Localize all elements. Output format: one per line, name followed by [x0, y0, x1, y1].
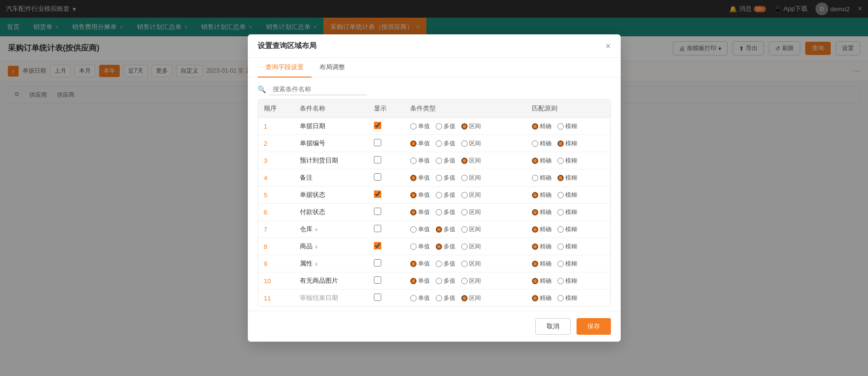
- type-single-radio[interactable]: [410, 175, 417, 181]
- display-checkbox[interactable]: [374, 156, 381, 163]
- type-single-radio[interactable]: [410, 243, 417, 250]
- dialog-tab-layout-adjust[interactable]: 布局调整: [312, 58, 353, 78]
- type-single-label[interactable]: 单值: [410, 242, 430, 251]
- type-range-label[interactable]: 区间: [461, 277, 481, 285]
- type-multi-label[interactable]: 多值: [436, 139, 455, 148]
- match-fuzzy-radio[interactable]: [557, 123, 564, 130]
- display-checkbox[interactable]: [374, 225, 381, 232]
- type-range-radio[interactable]: [461, 226, 468, 233]
- display-checkbox[interactable]: [374, 139, 381, 146]
- type-single-label[interactable]: 单值: [410, 191, 430, 199]
- match-fuzzy-label[interactable]: 模糊: [557, 174, 577, 182]
- type-multi-radio[interactable]: [436, 158, 442, 164]
- match-exact-label[interactable]: 精确: [532, 294, 552, 302]
- match-fuzzy-label[interactable]: 模糊: [557, 191, 577, 199]
- type-single-label[interactable]: 单值: [410, 277, 430, 285]
- type-range-radio[interactable]: [461, 140, 468, 147]
- type-multi-radio[interactable]: [436, 295, 442, 301]
- cell-display[interactable]: [368, 169, 404, 187]
- match-exact-label[interactable]: 精确: [532, 157, 552, 165]
- match-fuzzy-label[interactable]: 模糊: [557, 225, 577, 234]
- type-range-radio[interactable]: [461, 158, 468, 164]
- search-input[interactable]: [269, 83, 367, 95]
- match-fuzzy-label[interactable]: 模糊: [557, 260, 577, 268]
- type-range-label[interactable]: 区间: [461, 122, 481, 131]
- match-fuzzy-label[interactable]: 模糊: [557, 122, 577, 131]
- type-range-radio[interactable]: [461, 261, 468, 267]
- match-fuzzy-label[interactable]: 模糊: [557, 208, 577, 216]
- type-single-label[interactable]: 单值: [410, 157, 430, 165]
- type-multi-radio[interactable]: [436, 175, 442, 181]
- type-single-label[interactable]: 单值: [410, 174, 430, 182]
- match-exact-label[interactable]: 精确: [532, 208, 552, 216]
- type-single-label[interactable]: 单值: [410, 122, 430, 131]
- type-single-radio[interactable]: [410, 123, 417, 130]
- type-single-radio[interactable]: [410, 140, 417, 147]
- cell-display[interactable]: [368, 290, 404, 307]
- match-fuzzy-label[interactable]: 模糊: [557, 294, 577, 302]
- match-exact-radio[interactable]: [532, 209, 538, 215]
- display-checkbox[interactable]: [374, 122, 381, 129]
- match-exact-label[interactable]: 精确: [532, 277, 552, 285]
- type-range-label[interactable]: 区间: [461, 157, 481, 165]
- match-fuzzy-label[interactable]: 模糊: [557, 277, 577, 285]
- cell-display[interactable]: [368, 135, 404, 152]
- type-multi-label[interactable]: 多值: [436, 174, 455, 182]
- cell-display[interactable]: [368, 187, 404, 204]
- type-multi-radio[interactable]: [436, 226, 442, 233]
- type-multi-label[interactable]: 多值: [436, 294, 455, 302]
- display-checkbox[interactable]: [374, 294, 381, 301]
- type-range-label[interactable]: 区间: [461, 191, 481, 199]
- type-multi-label[interactable]: 多值: [436, 242, 455, 251]
- match-fuzzy-radio[interactable]: [557, 226, 564, 233]
- type-multi-radio[interactable]: [436, 209, 442, 215]
- display-checkbox[interactable]: [374, 190, 381, 198]
- cell-display[interactable]: [368, 238, 404, 255]
- type-range-label[interactable]: 区间: [461, 174, 481, 182]
- type-single-radio[interactable]: [410, 295, 417, 301]
- display-checkbox[interactable]: [374, 173, 381, 181]
- match-exact-label[interactable]: 精确: [532, 225, 552, 234]
- display-checkbox[interactable]: [374, 242, 381, 249]
- type-multi-radio[interactable]: [436, 261, 442, 267]
- type-multi-label[interactable]: 多值: [436, 208, 455, 216]
- match-exact-radio[interactable]: [532, 192, 538, 198]
- cell-display[interactable]: [368, 221, 404, 238]
- match-fuzzy-radio[interactable]: [557, 192, 564, 198]
- type-multi-label[interactable]: 多值: [436, 277, 455, 285]
- condition-dropdown-icon[interactable]: ∨: [315, 227, 318, 232]
- match-exact-label[interactable]: 精确: [532, 174, 552, 182]
- cell-display[interactable]: [368, 204, 404, 221]
- match-fuzzy-radio[interactable]: [557, 175, 564, 181]
- type-multi-radio[interactable]: [436, 140, 442, 147]
- match-fuzzy-radio[interactable]: [557, 209, 564, 215]
- match-fuzzy-label[interactable]: 模糊: [557, 139, 577, 148]
- type-single-radio[interactable]: [410, 192, 417, 198]
- condition-dropdown-icon[interactable]: ∨: [315, 261, 318, 267]
- cell-display[interactable]: [368, 272, 404, 290]
- display-checkbox[interactable]: [374, 208, 381, 215]
- type-single-label[interactable]: 单值: [410, 225, 430, 234]
- match-fuzzy-label[interactable]: 模糊: [557, 157, 577, 165]
- match-exact-label[interactable]: 精确: [532, 139, 552, 148]
- type-multi-label[interactable]: 多值: [436, 157, 455, 165]
- match-exact-radio[interactable]: [532, 123, 538, 130]
- match-exact-label[interactable]: 精确: [532, 122, 552, 131]
- type-multi-radio[interactable]: [436, 192, 442, 198]
- cell-display[interactable]: [368, 118, 404, 135]
- type-range-radio[interactable]: [461, 192, 468, 198]
- type-multi-radio[interactable]: [436, 278, 442, 284]
- cancel-button[interactable]: 取消: [535, 318, 571, 335]
- type-single-radio[interactable]: [410, 158, 417, 164]
- type-single-label[interactable]: 单值: [410, 139, 430, 148]
- type-range-label[interactable]: 区间: [461, 260, 481, 268]
- match-exact-radio[interactable]: [532, 226, 538, 233]
- dialog-tab-field-settings[interactable]: 查询字段设置: [258, 58, 312, 78]
- dialog-close-button[interactable]: ×: [605, 42, 611, 51]
- save-button[interactable]: 保存: [577, 318, 611, 335]
- type-range-radio[interactable]: [461, 278, 468, 284]
- match-exact-label[interactable]: 精确: [532, 242, 552, 251]
- type-multi-label[interactable]: 多值: [436, 122, 455, 131]
- type-single-label[interactable]: 单值: [410, 260, 430, 268]
- type-range-radio[interactable]: [461, 295, 468, 301]
